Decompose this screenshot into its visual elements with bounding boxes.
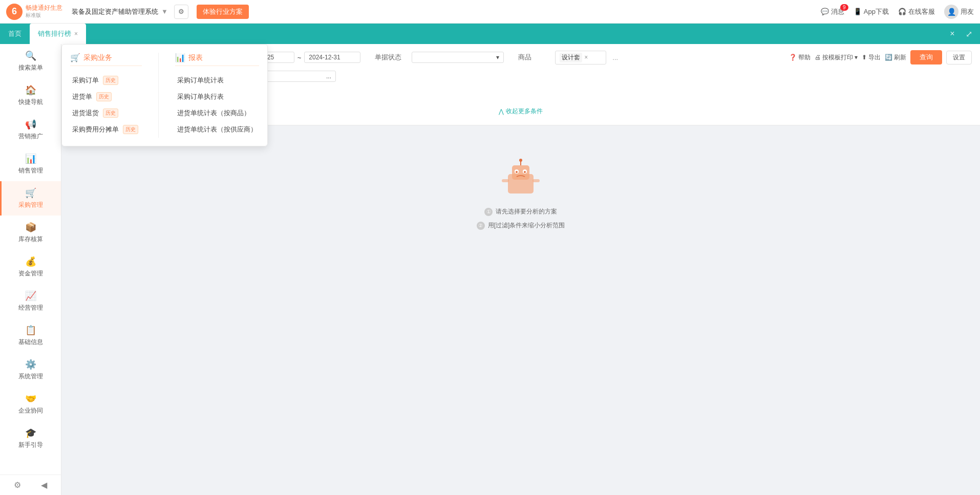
setting-button[interactable]: 设置 bbox=[946, 51, 972, 64]
svg-point-9 bbox=[519, 159, 522, 162]
order-stats-label: 采购订单统计表 bbox=[177, 76, 224, 85]
menu-item-order-exec[interactable]: 采购订单执行表 bbox=[175, 89, 259, 105]
tab-close-icon[interactable]: × bbox=[74, 30, 78, 37]
print-action-button[interactable]: 🖨 按模板打印 ▾ bbox=[815, 53, 858, 62]
return-label: 进货退货 bbox=[72, 109, 99, 118]
empty-illustration bbox=[498, 156, 544, 202]
menu-item-instock-stats-supplier[interactable]: 进货单统计表（按供应商） bbox=[175, 121, 259, 138]
box-icon: 📦 bbox=[25, 222, 36, 233]
online-service-action[interactable]: 🎧 在线客服 bbox=[898, 7, 935, 16]
sidebar-bottom: ⚙ ◀ bbox=[0, 475, 61, 495]
logo-area: 6 畅捷通好生意 标准版 bbox=[6, 4, 68, 20]
menu-item-instock-stats-goods[interactable]: 进货单统计表（按商品） bbox=[175, 105, 259, 121]
printer-icon: 🖨 bbox=[815, 54, 821, 61]
sidebar-label-operations: 经营管理 bbox=[18, 304, 43, 312]
query-button[interactable]: 查询 bbox=[910, 50, 942, 64]
sidebar-item-guide[interactable]: 🎓 新手引导 bbox=[0, 421, 61, 456]
date-end-input[interactable] bbox=[304, 52, 360, 63]
title-dropdown-icon[interactable]: ▼ bbox=[161, 8, 168, 15]
content-area: 🛒 采购业务 采购订单 历史 进货单 历史 进货退货 历史 bbox=[61, 44, 980, 495]
tab-close-all-button[interactable]: × bbox=[945, 27, 960, 41]
sidebar-item-search[interactable]: 🔍 搜索菜单 bbox=[0, 44, 61, 78]
sidebar-label-guide: 新手引导 bbox=[18, 441, 43, 449]
avatar: 👤 bbox=[944, 5, 958, 19]
sidebar-item-purchase[interactable]: 🛒 采购管理 bbox=[0, 181, 61, 216]
menu-item-return[interactable]: 进货退货 历史 bbox=[70, 105, 142, 121]
logo-icon: 6 bbox=[6, 4, 23, 20]
svg-point-4 bbox=[516, 171, 518, 173]
menu-item-expense[interactable]: 采购费用分摊单 历史 bbox=[70, 121, 142, 138]
sidebar-item-collab[interactable]: 🤝 企业协同 bbox=[0, 387, 61, 421]
sidebar-item-basic-info[interactable]: 📋 基础信息 bbox=[0, 318, 61, 353]
sidebar-item-quick-nav[interactable]: 🏠 快捷导航 bbox=[0, 78, 61, 113]
refresh-action-button[interactable]: 🔄 刷新 bbox=[885, 53, 906, 62]
app-download-action[interactable]: 📱 App下载 bbox=[854, 7, 889, 16]
tab-bar-actions: × ⤢ bbox=[945, 27, 980, 41]
empty-hint-1: ① 请先选择要分析的方案 bbox=[484, 207, 557, 216]
menu-col1-title: 🛒 采购业务 bbox=[70, 53, 142, 66]
service-label: 在线客服 bbox=[908, 7, 935, 16]
sidebar-settings-button[interactable]: ⚙ bbox=[14, 480, 21, 490]
headset-icon: 🎧 bbox=[898, 8, 906, 15]
sidebar-item-inventory[interactable]: 📦 库存核算 bbox=[0, 216, 61, 250]
menu-item-instock[interactable]: 进货单 历史 bbox=[70, 89, 142, 105]
sidebar-label-marketing: 营销推广 bbox=[18, 132, 43, 141]
salesperson-ellipsis[interactable]: ... bbox=[326, 73, 331, 80]
messages-action[interactable]: 💬 消息 9 bbox=[821, 7, 844, 16]
history-badge-2: 历史 bbox=[103, 109, 118, 118]
sidebar-label-purchase: 采购管理 bbox=[18, 201, 43, 209]
sidebar-item-finance[interactable]: 💰 资金管理 bbox=[0, 250, 61, 284]
sidebar-item-sales[interactable]: 📊 销售管理 bbox=[0, 147, 61, 181]
export-action-button[interactable]: ⬆ 导出 bbox=[862, 53, 881, 62]
menu-divider bbox=[158, 53, 159, 138]
message-icon: 💬 bbox=[821, 8, 829, 15]
goods-tag-close-icon[interactable]: × bbox=[584, 54, 588, 61]
tab-sales-rank[interactable]: 销售排行榜 × bbox=[30, 24, 86, 44]
report-col-icon: 📊 bbox=[175, 53, 185, 62]
menu-item-order-stats[interactable]: 采购订单统计表 bbox=[175, 72, 259, 89]
menu-col-reports: 📊 报表 采购订单统计表 采购订单执行表 进货单统计表（按商品） 进货单统计表（… bbox=[175, 53, 259, 138]
industry-solution-button[interactable]: 体验行业方案 bbox=[197, 5, 249, 19]
gear-sidebar-icon: ⚙️ bbox=[25, 359, 36, 370]
menu-col-purchase: 🛒 采购业务 采购订单 历史 进货单 历史 进货退货 历史 bbox=[70, 53, 142, 138]
collapse-label: 收起更多条件 bbox=[506, 107, 543, 116]
svg-rect-1 bbox=[512, 165, 529, 180]
history-badge-0: 历史 bbox=[103, 76, 118, 85]
sidebar-label-system: 系统管理 bbox=[18, 372, 43, 381]
export-label: 导出 bbox=[868, 53, 881, 62]
tab-expand-button[interactable]: ⤢ bbox=[962, 27, 976, 41]
user-action[interactable]: 👤 用友 bbox=[944, 5, 974, 19]
export-icon: ⬆ bbox=[862, 54, 867, 61]
purchase-dropdown-menu: 🛒 采购业务 采购订单 历史 进货单 历史 进货退货 历史 bbox=[61, 44, 268, 146]
graduation-icon: 🎓 bbox=[25, 427, 36, 439]
goods-ellipsis[interactable]: ... bbox=[612, 54, 618, 61]
sidebar-label-inventory: 库存核算 bbox=[18, 235, 43, 244]
top-header: 6 畅捷通好生意 标准版 装备及固定资产辅助管理系统 ▼ ⚙ 体验行业方案 💬 … bbox=[0, 0, 980, 24]
hint-num-1: ① bbox=[484, 208, 493, 216]
search-icon: 🔍 bbox=[25, 50, 36, 61]
tab-home[interactable]: 首页 bbox=[0, 24, 30, 44]
print-dropdown-icon[interactable]: ▾ bbox=[855, 54, 858, 61]
settings-gear-button[interactable]: ⚙ bbox=[174, 5, 188, 19]
sidebar-item-marketing[interactable]: 📢 营销推广 bbox=[0, 113, 61, 147]
menu-item-purchase-order[interactable]: 采购订单 历史 bbox=[70, 72, 142, 89]
tab-bar: 首页 销售排行榜 × × ⤢ bbox=[0, 24, 980, 44]
sidebar-item-operations[interactable]: 📈 经营管理 bbox=[0, 284, 61, 318]
expense-label: 采购费用分摊单 bbox=[72, 125, 119, 134]
doc-status-select[interactable]: ▾ bbox=[412, 52, 504, 63]
refresh-icon: 🔄 bbox=[885, 54, 892, 61]
mobile-icon: 📱 bbox=[854, 8, 862, 15]
hint-num-2: ② bbox=[477, 222, 485, 230]
help-action-button[interactable]: ❓ 帮助 bbox=[789, 53, 811, 62]
chart-icon: 📊 bbox=[25, 153, 36, 164]
sidebar-label-quick-nav: 快捷导航 bbox=[18, 98, 43, 106]
dropdown-menu-box: 🛒 采购业务 采购订单 历史 进货单 历史 进货退货 历史 bbox=[61, 44, 268, 146]
goods-input[interactable]: 设计套 × bbox=[555, 51, 606, 64]
refresh-label: 刷新 bbox=[894, 53, 906, 62]
sidebar-item-system[interactable]: ⚙️ 系统管理 bbox=[0, 353, 61, 387]
home-icon: 🏠 bbox=[25, 84, 36, 96]
sidebar-collapse-button[interactable]: ◀ bbox=[41, 480, 47, 490]
sidebar-label-finance: 资金管理 bbox=[18, 269, 43, 278]
report-col-label: 报表 bbox=[188, 53, 203, 62]
help-label: 帮助 bbox=[798, 53, 811, 62]
